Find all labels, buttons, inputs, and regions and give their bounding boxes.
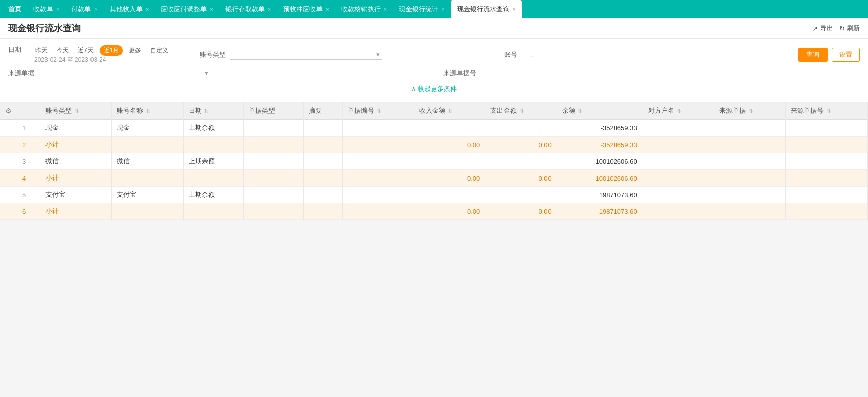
export-button[interactable]: ↗ 导出 [812, 24, 833, 33]
td-settings [0, 203, 17, 220]
td-num: 1 [17, 120, 40, 137]
td-balance: 100102606.60 [557, 153, 643, 170]
td-balance: 19871073.60 [557, 187, 643, 203]
td-expense [485, 120, 557, 137]
nav-item-home[interactable]: 首页 [2, 0, 27, 18]
td-account-name [112, 170, 183, 187]
sort-icon: ⇅ [677, 108, 681, 114]
td-source-doc [714, 187, 785, 203]
td-income [414, 153, 485, 170]
th-account-name[interactable]: 账号名称 ⇅ [112, 102, 183, 120]
td-account-type: 小计 [40, 170, 112, 187]
nav-item-other-income[interactable]: 其他收入单 × [104, 0, 155, 18]
th-summary: 摘要 [303, 102, 342, 120]
sort-icon: ⇅ [578, 108, 582, 114]
td-doc-number [342, 203, 414, 220]
td-account-type: 支付宝 [40, 187, 112, 203]
date-options-container: 昨天 今天 近7天 近1月 更多 自定义 2023-02-24 至 2023-0… [32, 45, 171, 64]
td-doc-type [243, 137, 303, 153]
th-date[interactable]: 日期 ⇅ [183, 102, 243, 120]
close-icon[interactable]: × [384, 6, 387, 12]
td-settings [0, 120, 17, 137]
th-expense[interactable]: 支出金额 ⇅ [485, 102, 557, 120]
table-row[interactable]: 3微信微信上期余额100102606.60 [0, 153, 868, 170]
td-account-name: 支付宝 [112, 187, 183, 203]
nav-item-ar-ap-adjust[interactable]: 应收应付调整单 × [155, 0, 219, 18]
close-icon[interactable]: × [268, 6, 271, 12]
nav-item-bank-deposit[interactable]: 银行存取款单 × [219, 0, 277, 18]
date-opt-1month[interactable]: 近1月 [100, 45, 123, 56]
date-opt-yesterday[interactable]: 昨天 [32, 45, 51, 56]
gear-icon[interactable]: ⚙ [5, 107, 12, 115]
td-settings [0, 170, 17, 187]
sort-icon: ⇅ [749, 108, 753, 114]
td-doc-type [243, 187, 303, 203]
td-account-type: 微信 [40, 153, 112, 170]
source-doc-no-label: 来源单据号 [443, 69, 476, 78]
td-source-doc [714, 203, 785, 220]
refresh-icon: ↻ [839, 25, 845, 32]
table-row[interactable]: 1现金现金上期余额-3528659.33 [0, 120, 868, 137]
table-row[interactable]: 6小计0.000.0019871073.60 [0, 203, 868, 220]
nav-item-cash-bank-flow[interactable]: 现金银行流水查询 × [451, 0, 522, 18]
collapse-bar[interactable]: ∧ 收起更多条件 [8, 82, 860, 96]
close-icon[interactable]: × [146, 6, 149, 12]
source-doc-field: 来源单据 ▾ [8, 68, 425, 78]
nav-item-cash-bank-stats[interactable]: 现金银行统计 × [393, 0, 450, 18]
td-settings [0, 187, 17, 203]
td-doc-type [243, 153, 303, 170]
th-doc-number[interactable]: 单据编号 ⇅ [342, 102, 414, 120]
td-doc-number [342, 137, 414, 153]
table-row[interactable]: 4小计0.000.00100102606.60 [0, 170, 868, 187]
td-source-doc-no [786, 170, 868, 187]
account-type-select[interactable]: ▾ [230, 50, 382, 60]
td-summary [303, 187, 342, 203]
chevron-up-icon: ∧ [411, 85, 416, 93]
close-icon[interactable]: × [56, 6, 59, 12]
source-doc-select[interactable]: ▾ [38, 68, 210, 78]
nav-item-collection-exec[interactable]: 收款核销执行 × [335, 0, 393, 18]
td-source-doc-no [786, 120, 868, 137]
td-counterpart [643, 187, 714, 203]
nav-item-advance-offset[interactable]: 预收冲应收单 × [277, 0, 335, 18]
td-counterpart [643, 137, 714, 153]
td-account-type: 小计 [40, 137, 112, 153]
td-num: 2 [17, 137, 40, 153]
th-balance[interactable]: 余额 ⇅ [557, 102, 643, 120]
td-expense: 0.00 [485, 137, 557, 153]
close-icon[interactable]: × [441, 6, 444, 12]
th-counterpart[interactable]: 对方户名 ⇅ [643, 102, 714, 120]
td-account-name [112, 137, 183, 153]
close-icon[interactable]: × [513, 6, 516, 12]
td-income: 0.00 [414, 137, 485, 153]
td-date [183, 170, 243, 187]
refresh-button[interactable]: ↻ 刷新 [839, 24, 860, 33]
filter-row-1: 日期 昨天 今天 近7天 近1月 更多 自定义 2023-02-24 至 202… [8, 45, 860, 64]
query-button[interactable]: 查询 [798, 48, 828, 62]
th-income[interactable]: 收入金额 ⇅ [414, 102, 485, 120]
td-counterpart [643, 203, 714, 220]
date-opt-more[interactable]: 更多 [126, 45, 144, 56]
td-doc-type [243, 203, 303, 220]
date-opt-custom[interactable]: 自定义 [147, 45, 171, 56]
table-row[interactable]: 2小计0.000.00-3528659.33 [0, 137, 868, 153]
table-row[interactable]: 5支付宝支付宝上期余额19871073.60 [0, 187, 868, 203]
th-account-type[interactable]: 账号类型 ⇅ [40, 102, 112, 120]
header-actions: ↗ 导出 ↻ 刷新 [812, 24, 860, 33]
th-source-doc[interactable]: 来源单据 ⇅ [714, 102, 785, 120]
nav-item-receipts[interactable]: 收款单 × [27, 0, 65, 18]
nav-item-payments[interactable]: 付款单 × [65, 0, 103, 18]
source-doc-no-input[interactable] [480, 68, 652, 78]
td-balance: 100102606.60 [557, 170, 643, 187]
date-opt-7days[interactable]: 近7天 [75, 45, 97, 56]
td-source-doc-no [786, 187, 868, 203]
date-opt-today[interactable]: 今天 [54, 45, 72, 56]
close-icon[interactable]: × [210, 6, 213, 12]
date-filter-group: 日期 昨天 今天 近7天 近1月 更多 自定义 2023-02-24 至 202… [8, 45, 171, 64]
close-icon[interactable]: × [94, 6, 97, 12]
td-num: 3 [17, 153, 40, 170]
td-counterpart [643, 170, 714, 187]
settings-button[interactable]: 设置 [832, 48, 860, 62]
th-source-doc-no[interactable]: 来源单据号 ⇅ [786, 102, 868, 120]
close-icon[interactable]: × [326, 6, 329, 12]
